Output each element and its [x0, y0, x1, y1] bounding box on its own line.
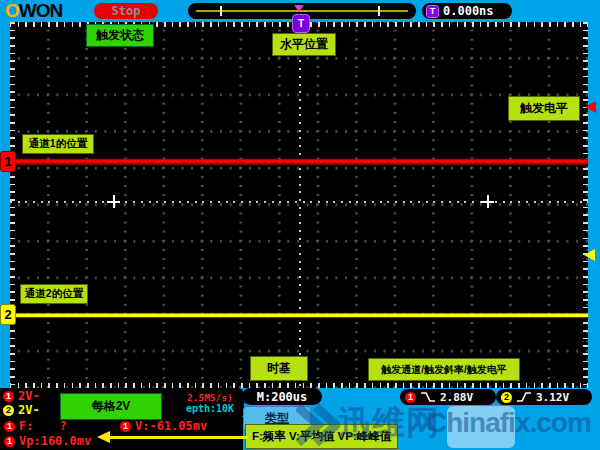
trigger-time-value: 0.000ns — [443, 4, 494, 18]
center-vertical-axis — [299, 22, 301, 388]
channel1-position-marker[interactable]: 1 — [0, 151, 16, 172]
mean-measurement: 1 V:-61.05mv — [120, 419, 207, 433]
annotation-ch2-position: 通道2的位置 — [20, 284, 88, 304]
channel1-badge-icon: 1 — [120, 421, 131, 432]
trigger-time-readout: T 0.000ns — [422, 3, 512, 19]
channel1-scale-row: 1 2V- — [3, 389, 40, 403]
channel1-badge-icon: 1 — [4, 436, 15, 447]
rising-edge-icon — [516, 392, 532, 402]
channel2-trigger-level-value: 3.12V — [536, 391, 569, 404]
channel2-position-marker[interactable]: 2 — [0, 304, 16, 325]
main-timebase-readout: M:200us — [242, 388, 322, 405]
memory-depth-value: Depth:10K — [180, 403, 234, 414]
vpp-value: Vp:160.0mv — [19, 434, 91, 448]
sample-rate-value: (2.5MS/s) — [181, 392, 232, 403]
falling-edge-icon — [420, 392, 436, 402]
ruler-right — [583, 22, 588, 388]
mean-value: V:-61.05mv — [135, 419, 207, 433]
trigger-position-marker[interactable]: T — [292, 14, 310, 33]
annotation-arrow-line — [110, 436, 248, 439]
annotation-arrow-head-icon — [97, 431, 110, 443]
logo-o: O — [5, 0, 19, 21]
channel2-trace — [10, 314, 588, 317]
slider-position-marker[interactable] — [294, 5, 304, 12]
channel2-badge-icon: 2 — [3, 405, 14, 416]
annotation-trigger-level: 触发电平 — [508, 96, 580, 121]
slider-tick-right — [378, 6, 380, 16]
channel2-trigger-readout: 2 3.12V — [496, 389, 592, 405]
annotation-ch1-position: 通道1的位置 — [22, 134, 94, 154]
channel1-badge-icon: 1 — [3, 391, 14, 402]
channel2-trigger-level-arrow[interactable] — [584, 249, 595, 261]
channel1-trigger-readout: 1 2.88V — [400, 389, 496, 405]
waveform-grid — [10, 22, 588, 388]
oscilloscope-screen: OWON Stop T 0.000ns 1 2 T 触发状态 水平位置 触发电平… — [0, 0, 600, 450]
channel1-scale-value: 2V- — [18, 389, 40, 403]
run-state-button[interactable]: Stop — [94, 3, 158, 19]
slider-tick-left — [220, 6, 222, 16]
cursor-cross-left — [107, 195, 120, 208]
channel1-trigger-level-value: 2.88V — [440, 391, 473, 404]
measurements-box: 1 F: ? 1 V:-61.05mv 1 Vp:160.0mv — [0, 417, 243, 450]
channel2-scale-row: 2 2V- — [3, 403, 40, 417]
frequency-value: ? — [59, 419, 66, 433]
annotation-timebase: 时基 — [250, 356, 308, 381]
frequency-label: F: — [19, 419, 33, 433]
cursor-cross-right — [481, 195, 494, 208]
watermark-box — [447, 406, 515, 448]
annotation-trigger-status: 触发状态 — [86, 24, 154, 47]
channel2-scale-value: 2V- — [18, 403, 40, 417]
annotation-horizontal-position: 水平位置 — [272, 33, 336, 56]
channel1-badge-icon: 1 — [405, 392, 416, 403]
logo-won: WON — [19, 0, 62, 21]
channel1-badge-icon: 1 — [4, 421, 15, 432]
channel1-trace — [10, 160, 588, 163]
annotation-volts-per-div: 每格2V — [60, 393, 162, 420]
trigger-t-icon: T — [426, 5, 439, 18]
annotation-trigger-info: 触发通道/触发斜率/触发电平 — [368, 358, 520, 381]
owon-logo: OWON — [5, 0, 62, 22]
channel1-trigger-level-arrow[interactable] — [585, 101, 596, 113]
ruler-left — [10, 22, 15, 388]
vpp-measurement: 1 Vp:160.0mv — [4, 434, 91, 448]
channel2-badge-icon: 2 — [501, 392, 512, 403]
annotation-measure-legend: F:频率 V:平均值 VP:峰峰值 — [245, 424, 398, 449]
frequency-measurement: 1 F: ? — [4, 419, 67, 433]
